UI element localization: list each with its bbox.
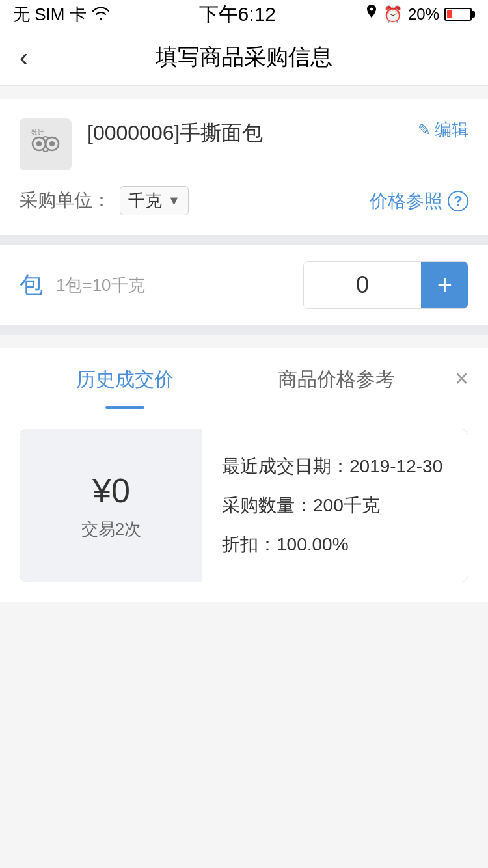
svg-point-3 — [49, 141, 55, 146]
unit-dropdown[interactable]: 千克 ▼ — [120, 186, 189, 215]
unit-selector-group: 采购单位： 千克 ▼ — [20, 186, 189, 215]
product-card: 数计 [0000006]手撕面包 ✎ 编辑 采购单位： 千克 ▼ 价格参照 — [0, 99, 488, 235]
status-left: 无 SIM 卡 — [13, 3, 110, 26]
unit-label: 采购单位： — [20, 190, 111, 210]
tabs-close-button[interactable]: × — [442, 352, 468, 405]
unit-conversion-label: 1包=10千克 — [56, 274, 290, 297]
section-divider-2 — [0, 325, 488, 335]
quantity-row: 包 1包=10千克 0 + — [0, 245, 488, 325]
tab-history-price[interactable]: 历史成交价 — [20, 348, 230, 409]
svg-text:数计: 数计 — [31, 129, 44, 136]
product-unit-row: 采购单位： 千克 ▼ 价格参照 ? — [20, 186, 468, 215]
product-logo: 数计 — [26, 126, 65, 164]
battery-percent: 20% — [408, 5, 439, 23]
help-icon: ? — [448, 191, 468, 211]
tab-product-price-ref[interactable]: 商品价格参考 — [230, 348, 441, 409]
discount: 折扣：100.00% — [222, 531, 448, 558]
product-name: [0000006]手撕面包 — [87, 121, 263, 144]
tabs-header: 历史成交价 商品价格参考 × — [0, 348, 488, 409]
battery-icon — [444, 8, 475, 21]
sim-status: 无 SIM 卡 — [13, 3, 87, 26]
product-info: 数计 [0000006]手撕面包 — [20, 118, 263, 170]
product-header: 数计 [0000006]手撕面包 ✎ 编辑 — [20, 118, 468, 170]
tabs-section: 历史成交价 商品价格参考 × ¥0 交易2次 最近成交日期：2019-12-30… — [0, 348, 488, 602]
price-amount: ¥0 — [92, 471, 130, 510]
nav-bar: ‹ 填写商品采购信息 — [0, 29, 488, 86]
status-time: 下午6:12 — [199, 1, 276, 28]
price-card-left: ¥0 交易2次 — [20, 429, 202, 582]
edit-icon: ✎ — [418, 121, 431, 139]
unit-value: 千克 — [128, 189, 162, 212]
product-name-block: [0000006]手撕面包 — [87, 118, 263, 148]
location-icon — [365, 5, 378, 24]
quantity-unit-tag: 包 — [20, 269, 43, 301]
svg-point-2 — [36, 141, 42, 146]
back-button[interactable]: ‹ — [20, 44, 28, 70]
status-bar: 无 SIM 卡 下午6:12 ⏰ 20% — [0, 0, 488, 29]
section-divider — [0, 235, 488, 245]
price-card-right: 最近成交日期：2019-12-30 采购数量：200千克 折扣：100.00% — [202, 429, 468, 582]
trade-count: 交易2次 — [81, 518, 141, 541]
page-title: 填写商品采购信息 — [156, 42, 332, 72]
price-reference-button[interactable]: 价格参照 ? — [370, 189, 468, 213]
last-trade-date: 最近成交日期：2019-12-30 — [222, 453, 448, 480]
status-right: ⏰ 20% — [365, 5, 475, 24]
quantity-input-group: 0 + — [303, 261, 468, 309]
quantity-input[interactable]: 0 — [304, 262, 421, 308]
edit-button[interactable]: ✎ 编辑 — [418, 118, 468, 141]
alarm-icon: ⏰ — [383, 5, 403, 23]
price-history-content: ¥0 交易2次 最近成交日期：2019-12-30 采购数量：200千克 折扣：… — [0, 409, 488, 602]
dropdown-arrow-icon: ▼ — [167, 193, 180, 208]
quantity-plus-button[interactable]: + — [421, 262, 468, 308]
wifi-icon — [92, 4, 110, 25]
footer-space — [0, 602, 488, 868]
price-history-card: ¥0 交易2次 最近成交日期：2019-12-30 采购数量：200千克 折扣：… — [20, 429, 468, 582]
purchase-quantity: 采购数量：200千克 — [222, 492, 448, 519]
price-ref-label: 价格参照 — [370, 189, 442, 213]
product-image: 数计 — [20, 118, 72, 170]
